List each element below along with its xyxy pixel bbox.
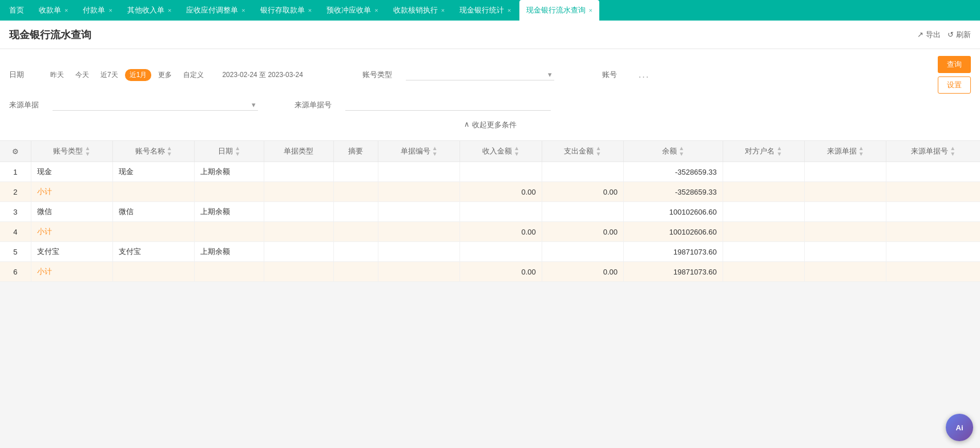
th-date[interactable]: 日期▲▼: [195, 141, 264, 162]
sort-icon-date: ▲▼: [235, 146, 240, 157]
close-icon[interactable]: ×: [168, 7, 171, 14]
row-source-doc-no: [886, 162, 980, 182]
refresh-icon: ↺: [947, 30, 954, 39]
row-seq: 6: [0, 262, 31, 282]
close-icon[interactable]: ×: [108, 7, 112, 14]
date-option-昨天[interactable]: 昨天: [46, 69, 68, 81]
date-option-自定义[interactable]: 自定义: [179, 69, 208, 81]
source-doc-select[interactable]: ▾: [53, 99, 258, 111]
nav-item-现金银行流水查询[interactable]: 现金银行流水查询×: [519, 0, 599, 21]
row-date: [195, 222, 264, 242]
row-summary: [333, 242, 378, 262]
row-account-name: [112, 222, 194, 242]
collapse-label: 收起更多条件: [472, 120, 517, 130]
row-account-name: 微信: [112, 202, 194, 222]
row-balance: -3528659.33: [624, 162, 723, 182]
export-button[interactable]: ↗ 导出: [917, 30, 941, 40]
row-income: [460, 162, 542, 182]
sort-icon-account_type: ▲▼: [84, 146, 90, 157]
close-icon[interactable]: ×: [308, 7, 312, 14]
close-icon[interactable]: ×: [589, 7, 592, 14]
date-option-近7天[interactable]: 近7天: [96, 69, 123, 81]
th-source_doc_no[interactable]: 来源单据号▲▼: [886, 141, 980, 162]
export-icon: ↗: [917, 30, 923, 39]
th-account_name[interactable]: 账号名称▲▼: [112, 141, 194, 162]
refresh-button[interactable]: ↺ 刷新: [947, 30, 971, 40]
nav-item-现金银行统计[interactable]: 现金银行统计×: [453, 0, 518, 21]
data-table: ⚙账号类型▲▼账号名称▲▼日期▲▼单据类型摘要单据编号▲▼收入金额▲▼支出金额▲…: [0, 141, 980, 282]
th-balance[interactable]: 余额▲▼: [624, 141, 723, 162]
th-gear: ⚙: [0, 141, 31, 162]
nav-item-其他收入单[interactable]: 其他收入单×: [120, 0, 178, 21]
th-counterparty[interactable]: 对方户名▲▼: [723, 141, 804, 162]
row-expense: 0.00: [542, 182, 623, 202]
source-doc-no-input[interactable]: [345, 99, 551, 111]
query-button[interactable]: 查询: [938, 56, 971, 73]
date-option-近1月[interactable]: 近1月: [125, 69, 152, 81]
date-option-更多[interactable]: 更多: [154, 69, 176, 81]
nav-item-收款核销执行[interactable]: 收款核销执行×: [386, 0, 451, 21]
sort-icon-account_name: ▲▼: [167, 146, 172, 157]
top-navigation: 首页收款单×付款单×其他收入单×应收应付调整单×银行存取款单×预收冲应收单×收款…: [0, 0, 980, 21]
row-account-type: 微信: [31, 202, 112, 222]
date-label: 日期: [9, 70, 32, 80]
settings-button[interactable]: 设置: [938, 76, 971, 94]
row-doc-no: [378, 262, 460, 282]
th-account_type[interactable]: 账号类型▲▼: [31, 141, 112, 162]
row-expense: 0.00: [542, 262, 623, 282]
filter-row-1: 日期 昨天今天近7天近1月更多自定义 2023-02-24 至 2023-03-…: [9, 56, 971, 94]
th-doc_type: 单据类型: [264, 141, 334, 162]
sort-icon-expense: ▲▼: [595, 146, 601, 157]
sort-icon-doc_no: ▲▼: [432, 146, 438, 157]
row-source-doc: [805, 202, 886, 222]
source-doc-label: 来源单据: [9, 100, 39, 110]
close-icon[interactable]: ×: [374, 7, 378, 14]
th-source_doc[interactable]: 来源单据▲▼: [805, 141, 886, 162]
row-doc-no: [378, 202, 460, 222]
row-date: 上期余额: [195, 242, 264, 262]
row-summary: [333, 262, 378, 282]
row-account-name: [112, 182, 194, 202]
row-seq: 4: [0, 222, 31, 242]
account-dots-button[interactable]: ...: [639, 70, 650, 80]
table-header: ⚙账号类型▲▼账号名称▲▼日期▲▼单据类型摘要单据编号▲▼收入金额▲▼支出金额▲…: [0, 141, 980, 162]
row-summary: [333, 162, 378, 182]
row-doc-type: [264, 162, 334, 182]
source-doc-no-label: 来源单据号: [295, 100, 332, 110]
table-body: 1现金现金上期余额-3528659.332小计0.000.00-3528659.…: [0, 162, 980, 282]
th-summary: 摘要: [333, 141, 378, 162]
row-date: 上期余额: [195, 202, 264, 222]
nav-item-付款单[interactable]: 付款单×: [76, 0, 119, 21]
th-income[interactable]: 收入金额▲▼: [460, 141, 542, 162]
row-balance: 100102606.60: [624, 222, 723, 242]
nav-item-应收应付调整单[interactable]: 应收应付调整单×: [179, 0, 252, 21]
row-balance: 19871073.60: [624, 262, 723, 282]
nav-item-银行存取款单[interactable]: 银行存取款单×: [253, 0, 318, 21]
sort-icon-income: ▲▼: [514, 146, 519, 157]
row-seq: 2: [0, 182, 31, 202]
close-icon[interactable]: ×: [441, 7, 445, 14]
row-seq: 5: [0, 242, 31, 262]
row-doc-no: [378, 242, 460, 262]
data-table-wrapper: ⚙账号类型▲▼账号名称▲▼日期▲▼单据类型摘要单据编号▲▼收入金额▲▼支出金额▲…: [0, 141, 980, 282]
row-date: 上期余额: [195, 162, 264, 182]
date-option-今天[interactable]: 今天: [71, 69, 94, 81]
nav-item-预收冲应收单[interactable]: 预收冲应收单×: [320, 0, 385, 21]
row-summary: [333, 222, 378, 242]
th-doc_no[interactable]: 单据编号▲▼: [378, 141, 460, 162]
th-expense[interactable]: 支出金额▲▼: [542, 141, 623, 162]
nav-item-收款单[interactable]: 收款单×: [32, 0, 75, 21]
close-icon[interactable]: ×: [64, 7, 68, 14]
row-seq: 3: [0, 202, 31, 222]
row-doc-type: [264, 262, 334, 282]
date-range: 2023-02-24 至 2023-03-24: [222, 70, 303, 80]
account-type-select[interactable]: ▾: [406, 69, 554, 80]
close-icon[interactable]: ×: [507, 7, 511, 14]
row-income: 0.00: [460, 262, 542, 282]
row-doc-type: [264, 222, 334, 242]
row-income: 0.00: [460, 182, 542, 202]
row-counterparty: [723, 222, 804, 242]
collapse-button[interactable]: ∧ 收起更多条件: [9, 116, 971, 134]
nav-item-首页[interactable]: 首页: [2, 0, 31, 21]
close-icon[interactable]: ×: [241, 7, 245, 14]
